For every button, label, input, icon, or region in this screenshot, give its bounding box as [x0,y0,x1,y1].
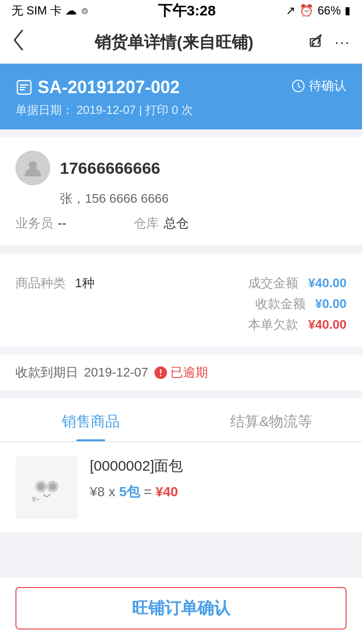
warning-icon [154,366,167,379]
order-id: SA-20191207-002 [15,77,193,98]
customer-meta: 业务员 -- 仓库 总仓 [15,215,347,232]
order-date-line: 单据日期： 2019-12-07 | 打印 0 次 [15,102,193,118]
svg-text:管+: 管+ [31,496,40,502]
due-date-section: 收款到期日 2019-12-07 已逾期 [0,354,362,391]
equal-sign: = [144,484,155,499]
back-button[interactable] [12,28,41,56]
product-type-label: 商品种类 [15,276,66,290]
status-bar: 无 SIM 卡 ☁ ⌾ 下午3:28 ↗ ⏰ 66% ▮ [0,0,362,21]
page-title: 销货单详情(来自旺铺) [41,31,307,54]
order-header-card: SA-20191207-002 单据日期： 2019-12-07 | 打印 0 … [0,64,362,129]
amount-row-1: 收款金额 ¥0.00 [248,295,347,312]
tab-sales-products[interactable]: 销售商品 [0,398,181,441]
wifi-icon: ⌾ [82,4,88,17]
svg-point-5 [160,375,162,376]
due-label: 收款到期日 [15,364,78,381]
battery-icon: ▮ [345,4,350,17]
share-icon[interactable] [307,32,325,53]
product-item: 管+ [0000002]面包 ¥8 x 5包 = ¥40 [0,443,362,532]
summary-amounts: 成交金额 ¥40.00 收款金额 ¥0.00 本单欠款 ¥40.00 [248,275,347,333]
summary-section: 商品种类 1种 成交金额 ¥40.00 收款金额 ¥0.00 本单欠款 ¥40.… [0,261,362,347]
customer-name: 张，156 6666 6666 [15,190,347,207]
sales-label: 业务员 [15,215,53,232]
confirm-order-button[interactable]: 旺铺订单确认 [15,587,347,630]
product-details: [0000002]面包 ¥8 x 5包 = ¥40 [90,456,347,501]
location-icon: ↗ [286,4,295,17]
nav-bar: 销货单详情(来自旺铺) ··· [0,21,362,64]
unit-price: ¥8 [90,484,105,499]
order-status: 待确认 [292,77,347,94]
multiply-sign: x [109,484,119,499]
more-icon[interactable]: ··· [334,33,350,51]
warehouse-label: 仓库 [134,215,159,232]
avatar [15,151,50,185]
amount-row-2: 本单欠款 ¥40.00 [248,316,347,333]
no-sim-text: 无 SIM 卡 ☁ [12,3,77,18]
customer-phone: 17666666666 [60,159,160,178]
customer-section: 17666666666 张，156 6666 6666 业务员 -- 仓库 总仓 [0,137,362,245]
warehouse-value: 总仓 [164,215,189,232]
status-time: 下午3:28 [158,1,216,21]
product-price-line: ¥8 x 5包 = ¥40 [90,483,347,501]
status-right: ↗ ⏰ 66% ▮ [286,4,350,17]
amount-row-0: 成交金额 ¥40.00 [248,275,347,292]
svg-point-9 [49,483,56,490]
tab-settlement[interactable]: 结算&物流等 [181,398,362,441]
svg-point-8 [38,483,44,490]
overdue-badge: 已逾期 [154,364,208,381]
tabs: 销售商品 结算&物流等 [0,398,362,442]
total-price: ¥40 [155,484,178,499]
order-icon [15,79,33,96]
battery-text: 66% [318,4,341,17]
clock-icon [292,79,305,93]
product-name: [0000002]面包 [90,456,347,476]
product-thumbnail: 管+ [15,456,78,519]
alarm-icon: ⏰ [299,4,314,17]
status-left: 无 SIM 卡 ☁ ⌾ [12,3,88,18]
bottom-bar: 旺铺订单确认 [0,577,362,644]
nav-actions: ··· [307,32,350,53]
sales-value: -- [58,216,66,231]
product-type-value: 1种 [75,276,94,290]
due-date: 2019-12-07 [84,365,148,380]
quantity: 5包 [119,484,140,499]
